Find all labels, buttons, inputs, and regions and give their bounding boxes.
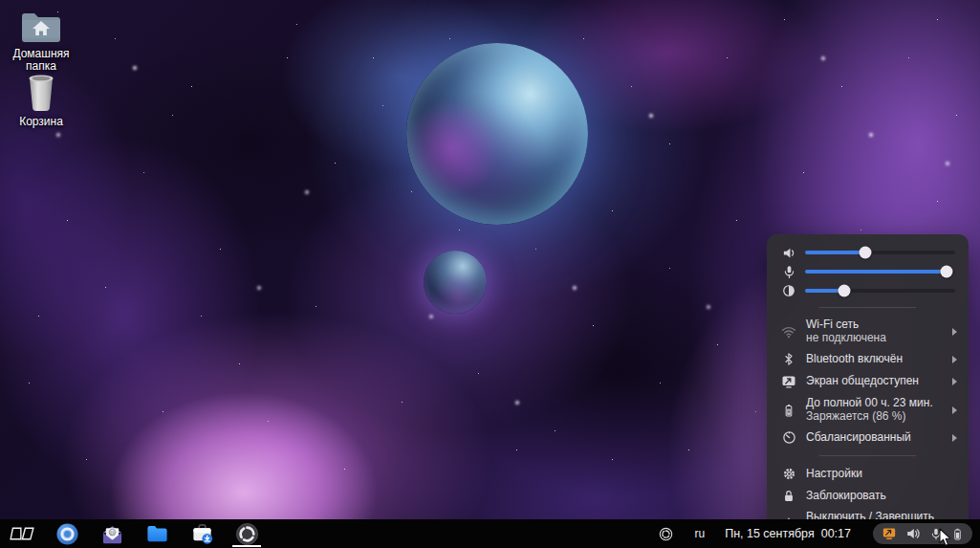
qs-item-text: До полной 00 ч. 23 мин. Заряжается (86 %… xyxy=(806,397,947,423)
brightness-slider[interactable] xyxy=(805,289,955,293)
qs-item-sublabel: не подключена xyxy=(806,331,886,344)
speaker-icon xyxy=(781,246,796,260)
volume-slider-row xyxy=(767,243,969,262)
battery-icon[interactable] xyxy=(951,527,964,541)
clock-time[interactable]: 00:17 xyxy=(821,527,851,540)
volume-slider-handle[interactable] xyxy=(859,247,871,259)
desktop-icon-label: Корзина xyxy=(6,116,76,128)
microphone-slider[interactable] xyxy=(805,270,955,274)
chevron-right-icon xyxy=(952,328,957,336)
gear-icon xyxy=(781,467,796,481)
wifi-icon xyxy=(781,324,796,340)
launcher-icon xyxy=(10,524,34,543)
qs-item-text: Wi-Fi сеть не подключена xyxy=(806,318,947,344)
screen-share-icon xyxy=(781,374,796,389)
taskbar: @ xyxy=(0,519,980,548)
app-mail-button[interactable]: @ xyxy=(99,519,124,548)
qs-action-lock[interactable]: Заблокировать xyxy=(767,485,969,507)
large-planet xyxy=(406,43,588,225)
obs-icon xyxy=(235,522,259,546)
qs-item-label: Сбалансированный xyxy=(806,431,947,445)
app-files-button[interactable] xyxy=(144,519,169,548)
app-launcher-button[interactable] xyxy=(10,519,34,548)
tray-status-pill xyxy=(873,523,972,544)
brightness-icon xyxy=(781,284,796,297)
obs-tray-icon[interactable] xyxy=(659,527,673,541)
desktop-icon-trash[interactable]: Корзина xyxy=(6,71,76,128)
desktop-screen: Домашняя папка Корзина xyxy=(0,0,980,548)
small-planet xyxy=(424,251,487,314)
divider xyxy=(819,307,916,308)
qs-item-label: До полной 00 ч. 23 мин. xyxy=(806,396,933,409)
lock-icon xyxy=(781,489,796,503)
qs-action-settings[interactable]: Настройки xyxy=(767,463,969,485)
battery-icon xyxy=(781,403,796,418)
app-chromium-button[interactable] xyxy=(54,519,79,548)
qs-item-label: Настройки xyxy=(806,468,957,481)
qs-item-bluetooth[interactable]: Bluetooth включён xyxy=(767,348,969,370)
chevron-right-icon xyxy=(952,356,957,363)
taskbar-apps: @ xyxy=(10,519,259,548)
bluetooth-icon xyxy=(781,352,796,366)
brightness-slider-row xyxy=(767,281,969,300)
clock-date[interactable]: Пн, 15 сентября xyxy=(725,527,815,540)
bright-stars-decoration xyxy=(0,0,2,2)
app-software-center-button[interactable] xyxy=(189,519,214,548)
desktop-icon-label: Домашняя папка xyxy=(6,48,76,73)
microphone-icon xyxy=(781,265,796,279)
microphone-slider-handle[interactable] xyxy=(940,266,952,278)
microphone-slider-row xyxy=(767,262,969,281)
qs-item-screen-share[interactable]: Экран общедоступен xyxy=(767,370,969,393)
microphone-icon[interactable] xyxy=(929,527,943,541)
trash-icon xyxy=(23,71,59,113)
qs-item-power-profile[interactable]: Сбалансированный xyxy=(767,427,969,449)
volume-slider[interactable] xyxy=(805,251,955,254)
chevron-right-icon xyxy=(952,434,957,442)
svg-text:@: @ xyxy=(109,528,115,535)
qs-item-label: Заблокировать xyxy=(806,490,957,503)
desktop-icon-home-folder[interactable]: Домашняя папка xyxy=(6,9,76,73)
qs-item-battery[interactable]: До полной 00 ч. 23 мин. Заряжается (86 %… xyxy=(767,393,969,427)
gauge-icon xyxy=(781,430,796,445)
qs-item-label: Bluetooth включён xyxy=(806,353,947,366)
divider xyxy=(819,455,916,456)
qs-item-wifi[interactable]: Wi-Fi сеть не подключена xyxy=(767,315,969,348)
qs-item-label: Экран общедоступен xyxy=(806,375,947,388)
screen-cast-icon[interactable] xyxy=(882,526,897,541)
software-center-icon xyxy=(190,522,214,545)
mail-icon: @ xyxy=(100,523,124,545)
chevron-right-icon xyxy=(952,406,957,414)
brightness-slider-handle[interactable] xyxy=(838,285,850,297)
quick-settings-popup: Wi-Fi сеть не подключена Bluetooth включ… xyxy=(767,234,969,547)
chromium-icon xyxy=(55,522,79,546)
app-obs-button[interactable] xyxy=(234,519,259,548)
volume-icon[interactable] xyxy=(905,526,921,541)
home-folder-icon xyxy=(19,9,63,45)
system-tray: ru Пн, 15 сентября 00:17 xyxy=(659,523,972,544)
qs-item-label: Wi-Fi сеть xyxy=(806,318,859,331)
qs-item-sublabel: Заряжается (86 %) xyxy=(806,409,905,423)
chevron-right-icon xyxy=(952,378,957,385)
folder-icon xyxy=(145,523,169,544)
keyboard-layout-indicator[interactable]: ru xyxy=(694,527,705,540)
